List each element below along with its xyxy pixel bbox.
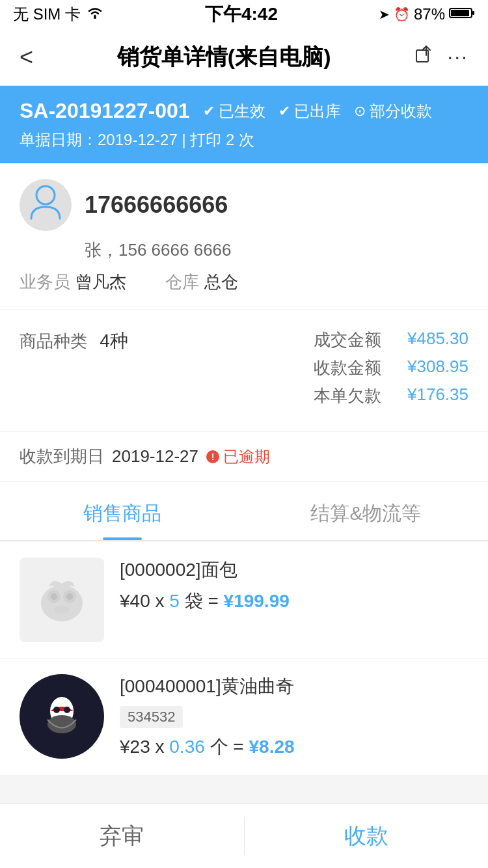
badge-effective: ✔ 已生效 — [203, 101, 265, 122]
share-icon[interactable] — [414, 45, 434, 69]
product-info-2: [000400001]黄油曲奇 534532 ¥23 x 0.36 个 = ¥8… — [120, 674, 468, 759]
clock-icon: ⊙ — [354, 103, 366, 120]
svg-point-6 — [36, 186, 55, 204]
location-icon: ➤ — [379, 7, 390, 22]
cancel-button[interactable]: 弃审 — [0, 804, 244, 868]
nav-icons: ··· — [414, 45, 468, 69]
battery-text: 87% — [414, 5, 445, 23]
svg-point-17 — [64, 707, 70, 713]
badge-shipped: ✔ 已出库 — [278, 101, 341, 122]
product-thumb-1 — [20, 558, 104, 642]
status-left: 无 SIM 卡 — [13, 4, 104, 25]
check-icon2: ✔ — [278, 103, 290, 120]
tab-sales[interactable]: 销售商品 — [0, 482, 244, 540]
amount-value: ¥485.30 — [407, 329, 468, 351]
product-total-1: ¥199.99 — [224, 591, 290, 611]
amount-label: 成交金额 — [314, 329, 381, 351]
bottom-bar: 弃审 收款 — [0, 803, 488, 868]
product-price-1: ¥40 x 5 袋 = ¥199.99 — [120, 589, 468, 614]
stats-section: 商品种类 4种 成交金额 ¥485.30 收款金额 ¥308.95 本单欠款 ¥… — [0, 310, 488, 431]
check-icon: ✔ — [203, 103, 215, 120]
amount-row: 成交金额 ¥485.30 — [314, 329, 468, 351]
received-label: 收款金额 — [314, 357, 381, 379]
svg-point-12 — [54, 606, 70, 614]
product-thumb-2 — [20, 674, 104, 759]
product-name-2: [000400001]黄油曲奇 — [120, 674, 468, 699]
product-tag-2: 534532 — [120, 706, 183, 728]
product-qty-2: 0.36 — [169, 737, 205, 757]
due-section: 收款到期日 2019-12-27 ! 已逾期 — [0, 432, 488, 481]
more-icon[interactable]: ··· — [447, 45, 468, 69]
badge-partial: ⊙ 部分收款 — [354, 101, 432, 122]
nav-bar: < 销货单详情(来自电脑) ··· — [0, 29, 488, 86]
product-info-1: [0000002]面包 ¥40 x 5 袋 = ¥199.99 — [120, 558, 468, 614]
battery-icon — [449, 5, 475, 23]
status-time: 下午4:42 — [205, 2, 278, 27]
confirm-button[interactable]: 收款 — [245, 804, 489, 868]
svg-rect-2 — [451, 10, 469, 16]
order-id: SA-20191227-001 — [20, 99, 190, 123]
order-meta: 单据日期：2019-12-27 | 打印 2 次 — [20, 129, 468, 150]
debt-label: 本单欠款 — [314, 385, 381, 407]
user-icon — [26, 182, 65, 228]
tabs-section: 销售商品 结算&物流等 — [0, 482, 488, 541]
wifi-icon — [86, 5, 104, 23]
warehouse-label: 仓库 — [165, 271, 199, 293]
alarm-icon: ⏰ — [394, 7, 410, 22]
customer-account: 17666666666 — [85, 191, 228, 219]
product-qty-1: 5 — [169, 591, 180, 611]
product-item-2: [000400001]黄油曲奇 534532 ¥23 x 0.36 个 = ¥8… — [0, 658, 488, 776]
stats-left: 商品种类 4种 — [20, 329, 128, 353]
svg-point-11 — [66, 593, 73, 600]
tab-settlement[interactable]: 结算&物流等 — [244, 482, 488, 540]
customer-section: 17666666666 张，156 6666 6666 业务员 曾凡杰 仓库 总… — [0, 163, 488, 309]
carrier-text: 无 SIM 卡 — [13, 4, 81, 25]
received-row: 收款金额 ¥308.95 — [314, 357, 468, 379]
svg-point-0 — [94, 16, 96, 19]
customer-meta: 业务员 曾凡杰 仓库 总仓 — [20, 271, 468, 293]
debt-value: ¥176.35 — [407, 385, 468, 407]
svg-point-10 — [51, 593, 57, 600]
product-total-2: ¥8.28 — [249, 737, 294, 757]
debt-row: 本单欠款 ¥176.35 — [314, 385, 468, 407]
back-button[interactable]: < — [20, 44, 33, 71]
overdue-text: 已逾期 — [223, 446, 270, 467]
status-bar: 无 SIM 卡 下午4:42 ➤ ⏰ 87% — [0, 0, 488, 29]
kinds-value: 4种 — [100, 331, 128, 351]
customer-name: 张，156 6666 6666 — [20, 239, 468, 262]
avatar — [20, 179, 72, 231]
received-value: ¥308.95 — [407, 357, 468, 379]
product-name-1: [0000002]面包 — [120, 558, 468, 582]
overdue-badge: ! 已逾期 — [206, 446, 270, 467]
product-item: [0000002]面包 ¥40 x 5 袋 = ¥199.99 — [0, 542, 488, 658]
products-section: [0000002]面包 ¥40 x 5 袋 = ¥199.99 — [0, 542, 488, 776]
agent-label: 业务员 — [20, 271, 70, 293]
status-right: ➤ ⏰ 87% — [379, 5, 475, 23]
due-label: 收款到期日 — [20, 445, 104, 468]
warehouse-name: 总仓 — [204, 271, 238, 293]
page-title: 销货单详情(来自电脑) — [117, 42, 331, 72]
overdue-icon: ! — [206, 450, 219, 463]
svg-point-7 — [41, 585, 83, 621]
product-price-2: ¥23 x 0.36 个 = ¥8.28 — [120, 735, 468, 759]
agent-name: 曾凡杰 — [75, 271, 126, 293]
due-date: 2019-12-27 — [112, 446, 198, 467]
svg-point-16 — [53, 707, 60, 713]
stats-right: 成交金额 ¥485.30 收款金额 ¥308.95 本单欠款 ¥176.35 — [314, 329, 468, 413]
order-header: SA-20191227-001 ✔ 已生效 ✔ 已出库 ⊙ 部分收款 单据日期：… — [0, 86, 488, 163]
svg-rect-3 — [472, 11, 474, 15]
